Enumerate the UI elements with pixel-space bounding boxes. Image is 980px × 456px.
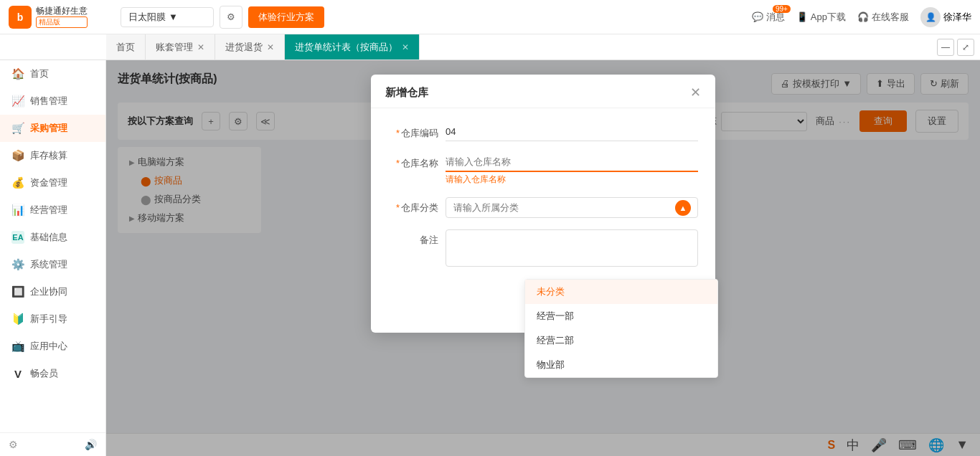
- form-row-code: *仓库编码: [388, 123, 698, 141]
- sidebar-item-guide[interactable]: 🔰 新手引导: [0, 305, 105, 333]
- dropdown-item-ops1[interactable]: 经营一部: [525, 304, 717, 328]
- online-service-button[interactable]: 🎧 在线客服: [857, 11, 909, 24]
- app-download-button[interactable]: 📱 App下载: [796, 11, 846, 24]
- tab-returns-label: 进货退货: [225, 41, 263, 54]
- code-label: *仓库编码: [388, 123, 438, 140]
- tab-actions: — ⤢: [937, 34, 980, 60]
- headset-icon: 🎧: [857, 11, 869, 22]
- inventory-icon: 📦: [11, 149, 24, 162]
- message-icon: 💬: [752, 11, 763, 22]
- tab-returns[interactable]: 进货退货 ✕: [215, 34, 285, 60]
- message-button[interactable]: 💬 消息 99+: [752, 11, 785, 24]
- content-area: 进货单统计(按商品) 🖨 按模板打印 ▼ ⬆ 导出 ↻ 刷新: [106, 60, 980, 456]
- system-icon: ⚙️: [11, 258, 24, 271]
- sidebar-item-home[interactable]: 🏠 首页: [0, 60, 105, 87]
- logo-badge: 精品版: [36, 16, 88, 28]
- category-toggle-button[interactable]: ▲: [675, 200, 691, 216]
- tab-minimize-button[interactable]: —: [937, 39, 954, 56]
- dialog-header: 新增仓库 ✕: [371, 75, 715, 108]
- tab-bar: 首页 账套管理 ✕ 进货退货 ✕ 进货单统计表（按商品） ✕ — ⤢: [0, 34, 980, 60]
- dialog-close-button[interactable]: ✕: [690, 85, 701, 100]
- tab-purchase-stats[interactable]: 进货单统计表（按商品） ✕: [285, 34, 420, 60]
- sidebar-item-purchase[interactable]: 🛒 采购管理: [0, 115, 105, 142]
- tab-home-label: 首页: [116, 41, 135, 54]
- sidebar-label-basic-info: 基础信息: [30, 231, 67, 244]
- dialog-title: 新增仓库: [385, 86, 428, 100]
- remark-label: 备注: [388, 229, 438, 247]
- sidebar-label-app-center: 应用中心: [30, 340, 67, 353]
- tab-home[interactable]: 首页: [106, 34, 146, 60]
- app-center-icon: 📺: [11, 340, 24, 353]
- sidebar-item-vip[interactable]: V 畅会员: [0, 360, 105, 387]
- sidebar-item-basic-info[interactable]: EA 基础信息: [0, 224, 105, 251]
- operations-icon: 📊: [11, 204, 24, 217]
- enterprise-icon: 🔲: [11, 285, 24, 298]
- tab-accounts[interactable]: 账套管理 ✕: [146, 34, 215, 60]
- warehouse-code-input[interactable]: [446, 123, 698, 141]
- store-name: 日太阳膜: [128, 11, 166, 24]
- vip-icon: V: [11, 367, 24, 380]
- sidebar-item-enterprise[interactable]: 🔲 企业协同: [0, 278, 105, 305]
- modal-overlay: 新增仓库 ✕ *仓库编码 *仓库名称: [106, 60, 980, 456]
- category-select-wrap: ▲: [446, 197, 698, 218]
- remark-textarea[interactable]: [446, 229, 698, 267]
- dropdown-item-property[interactable]: 物业部: [525, 353, 717, 377]
- sidebar-label-enterprise: 企业协同: [30, 285, 67, 298]
- sidebar-label-vip: 畅会员: [30, 367, 58, 380]
- warehouse-name-input[interactable]: [446, 153, 698, 172]
- sidebar-item-system[interactable]: ⚙️ 系统管理: [0, 251, 105, 278]
- trial-button[interactable]: 体验行业方案: [248, 6, 324, 28]
- sidebar-label-inventory: 库存核算: [30, 149, 67, 162]
- name-error-message: 请输入仓库名称: [446, 174, 698, 186]
- finance-icon: 💰: [11, 176, 24, 189]
- home-icon: 🏠: [11, 67, 24, 80]
- sidebar-item-app-center[interactable]: 📺 应用中心: [0, 333, 105, 360]
- form-row-name: *仓库名称 请输入仓库名称: [388, 153, 698, 186]
- sidebar-settings-icon[interactable]: ⚙: [9, 439, 18, 450]
- sidebar-item-sales[interactable]: 📈 销售管理: [0, 87, 105, 115]
- avatar: 👤: [920, 7, 941, 27]
- name-label: *仓库名称: [388, 153, 438, 170]
- sidebar-item-finance[interactable]: 💰 资金管理: [0, 169, 105, 196]
- tab-purchase-stats-label: 进货单统计表（按商品）: [295, 41, 397, 54]
- chevron-down-icon: ▼: [169, 11, 178, 22]
- sidebar-item-operations[interactable]: 📊 经营管理: [0, 196, 105, 224]
- tab-returns-close[interactable]: ✕: [267, 42, 274, 52]
- dropdown-item-unclassified[interactable]: 未分类: [525, 280, 717, 304]
- category-label: *仓库分类: [388, 197, 438, 214]
- tab-purchase-stats-close[interactable]: ✕: [402, 42, 409, 52]
- top-bar: b 畅捷通好生意 精品版 日太阳膜 ▼ ⚙ 体验行业方案 💬 消息 99+ 📱 …: [0, 0, 980, 34]
- form-row-remark: 备注: [388, 229, 698, 267]
- main-layout: 🏠 首页 📈 销售管理 🛒 采购管理 📦 库存核算 💰 资金管理 📊 经营管理 …: [0, 60, 980, 456]
- top-actions: 💬 消息 99+ 📱 App下载 🎧 在线客服 👤 徐泽华: [752, 7, 971, 27]
- sidebar-collapse-icon[interactable]: 🔊: [85, 439, 97, 450]
- dialog-body: *仓库编码 *仓库名称 请输入仓库名称: [371, 108, 715, 293]
- sidebar-label-purchase: 采购管理: [30, 122, 67, 135]
- tab-accounts-label: 账套管理: [156, 41, 193, 54]
- tab-maximize-button[interactable]: ⤢: [957, 39, 974, 56]
- basic-info-icon: EA: [11, 231, 24, 244]
- form-row-category: *仓库分类 ▲: [388, 197, 698, 218]
- sidebar-item-inventory[interactable]: 📦 库存核算: [0, 142, 105, 169]
- username: 徐泽华: [943, 11, 971, 24]
- user-menu[interactable]: 👤 徐泽华: [920, 7, 971, 27]
- category-dropdown: 未分类 经营一部 经营二部 物业部: [524, 279, 718, 378]
- category-input[interactable]: [446, 197, 698, 218]
- sidebar-label-finance: 资金管理: [30, 176, 67, 189]
- sidebar: 🏠 首页 📈 销售管理 🛒 采购管理 📦 库存核算 💰 资金管理 📊 经营管理 …: [0, 60, 106, 456]
- settings-icon[interactable]: ⚙: [220, 6, 242, 29]
- store-selector[interactable]: 日太阳膜 ▼: [121, 7, 214, 27]
- sidebar-label-operations: 经营管理: [30, 204, 67, 217]
- sidebar-label-home: 首页: [30, 67, 49, 80]
- sidebar-label-sales: 销售管理: [30, 95, 67, 108]
- sidebar-bottom: ⚙ 🔊: [0, 432, 105, 456]
- tab-accounts-close[interactable]: ✕: [197, 42, 204, 52]
- name-field-wrap: 请输入仓库名称: [446, 153, 698, 186]
- logo-area: b 畅捷通好生意 精品版: [9, 6, 115, 29]
- guide-icon: 🔰: [11, 313, 24, 326]
- purchase-icon: 🛒: [11, 122, 24, 135]
- sidebar-label-system: 系统管理: [30, 258, 67, 271]
- dropdown-item-ops2[interactable]: 经营二部: [525, 328, 717, 353]
- sidebar-label-guide: 新手引导: [30, 313, 67, 326]
- logo-icon: b: [9, 6, 32, 29]
